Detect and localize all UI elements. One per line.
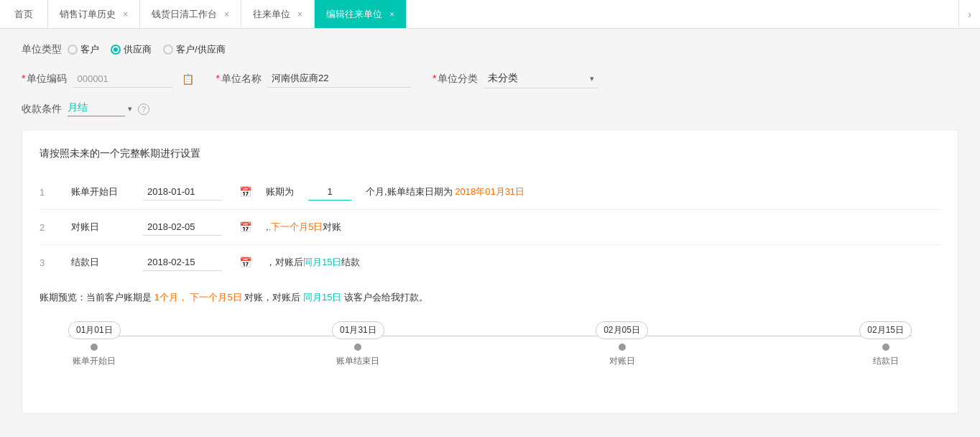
payment-value: 月结: [68, 101, 125, 116]
step-row-2: 2 对账日 📅 ,,下一个月5日对账: [40, 210, 940, 245]
tab-partner[interactable]: 往来单位 ×: [241, 0, 315, 28]
payment-arrow-icon: ▾: [128, 104, 132, 114]
step-calendar-icon-1[interactable]: 📅: [239, 186, 251, 198]
card-title: 请按照未来的一个完整帐期进行设置: [40, 147, 940, 160]
payment-row: 收款条件 月结 ▾ ?: [22, 101, 958, 116]
unit-type-group: 单位类型 客户 供应商 客户/供应商: [22, 43, 226, 56]
radio-both-label: 客户/供应商: [176, 43, 226, 56]
timeline-node-4: 02月15日 结款日: [859, 321, 912, 367]
step-num-2: 2: [40, 222, 57, 233]
timeline-label-4: 结款日: [873, 355, 899, 367]
unit-category-select[interactable]: 未分类 ▾: [484, 69, 598, 88]
step-desc-3: ，对账后同月15日结款: [266, 256, 360, 269]
tab-cash-work-close[interactable]: ×: [224, 9, 229, 19]
tab-bar: 首页 销售订单历史 × 钱货日清工作台 × 往来单位 × 编辑往来单位 × ›: [0, 0, 980, 29]
step-row-3: 3 结款日 📅 ，对账后同月15日结款: [40, 245, 940, 280]
step-num-3: 3: [40, 257, 57, 268]
step-desc-1: 账期为: [266, 185, 294, 198]
radio-group: 客户 供应商 客户/供应商: [68, 43, 226, 56]
tab-sales-order[interactable]: 销售订单历史 ×: [48, 0, 140, 28]
timeline-dot-3: [619, 344, 626, 351]
radio-both-circle: [163, 45, 173, 55]
unit-name-group: *单位名称: [216, 70, 410, 88]
step-calendar-icon-3[interactable]: 📅: [239, 257, 251, 268]
timeline-container: 01月01日 账单开始日 01月31日 账单结束日 02月05日 对账: [40, 321, 940, 396]
unit-code-input[interactable]: [73, 70, 173, 88]
tab-edit-partner-close[interactable]: ×: [389, 9, 394, 19]
unit-name-input[interactable]: [267, 70, 411, 88]
copy-icon[interactable]: 📋: [182, 73, 194, 85]
unit-code-label: *单位编码: [22, 73, 67, 86]
timeline-node-3: 02月05日 对账日: [596, 321, 648, 367]
unit-info-row: *单位编码 📋 *单位名称 *单位分类 未分类 ▾: [22, 69, 958, 88]
step-label-3: 结款日: [71, 256, 129, 269]
payment-group: 收款条件 月结 ▾ ?: [22, 101, 149, 116]
step-desc-1b: 个月,账单结束日期为 2018年01月31日: [366, 185, 524, 198]
payment-select[interactable]: 月结 ▾: [68, 101, 132, 116]
period-input[interactable]: [308, 183, 351, 201]
tab-partner-close[interactable]: ×: [297, 9, 302, 19]
payment-label: 收款条件: [22, 103, 62, 116]
timeline-pill-1: 01月01日: [68, 321, 121, 339]
radio-supplier[interactable]: 供应商: [111, 43, 152, 56]
step-label-2: 对账日: [71, 221, 129, 234]
highlight-mid-3: 同月15日: [303, 257, 341, 267]
unit-category-label: *单位分类: [433, 73, 478, 86]
highlight-mid-2: ,下一个月5日: [269, 221, 323, 232]
radio-both[interactable]: 客户/供应商: [163, 43, 226, 56]
step-row-1: 1 账单开始日 📅 账期为 个月,账单结束日期为 2018年01月31日: [40, 175, 940, 210]
timeline-pill-2: 01月31日: [332, 321, 384, 339]
timeline-pill-4: 02月15日: [859, 321, 912, 339]
help-icon[interactable]: ?: [138, 104, 149, 115]
preview-part3: 同月15日: [303, 292, 341, 303]
timeline-label-2: 账单结束日: [336, 355, 379, 367]
preview-section: 账期预览：当前客户账期是 1个月， 下一个月5日 对账，对账后 同月15日 该客…: [40, 280, 940, 396]
tab-cash-work[interactable]: 钱货日清工作台 ×: [140, 0, 241, 28]
unit-name-label: *单位名称: [216, 73, 261, 86]
unit-code-group: *单位编码 📋: [22, 70, 194, 88]
highlight-date-1: 2018年01月31日: [455, 186, 524, 197]
timeline-dot-4: [882, 344, 889, 351]
radio-supplier-label: 供应商: [124, 43, 152, 56]
radio-customer[interactable]: 客户: [68, 43, 99, 56]
preview-part1: 1个月，: [154, 292, 188, 303]
unit-type-row: 单位类型 客户 供应商 客户/供应商: [22, 43, 958, 56]
unit-type-label: 单位类型: [22, 43, 62, 56]
timeline-nodes: 01月01日 账单开始日 01月31日 账单结束日 02月05日 对账: [68, 321, 912, 367]
tab-more-arrow[interactable]: ›: [958, 0, 980, 28]
timeline-node-2: 01月31日 账单结束日: [332, 321, 384, 367]
tab-home[interactable]: 首页: [0, 0, 48, 28]
step-date-2[interactable]: [143, 218, 222, 236]
radio-customer-label: 客户: [80, 43, 99, 56]
tab-sales-order-close[interactable]: ×: [123, 9, 128, 19]
preview-part2: 下一个月5日: [190, 292, 241, 303]
step-label-1: 账单开始日: [71, 185, 129, 198]
timeline-pill-3: 02月05日: [596, 321, 648, 339]
steps-table: 1 账单开始日 📅 账期为 个月,账单结束日期为 2018年01月31日 2 对…: [40, 175, 940, 280]
tab-edit-partner[interactable]: 编辑往来单位 ×: [315, 0, 407, 28]
radio-supplier-circle: [111, 45, 121, 55]
unit-category-value: 未分类: [488, 72, 518, 85]
timeline-label-3: 对账日: [609, 355, 635, 367]
unit-category-arrow-icon: ▾: [590, 74, 594, 83]
preview-text: 账期预览：当前客户账期是 1个月， 下一个月5日 对账，对账后 同月15日 该客…: [40, 291, 940, 304]
timeline-node-1: 01月01日 账单开始日: [68, 321, 121, 367]
step-date-3[interactable]: [143, 254, 222, 271]
timeline-dot-1: [91, 344, 98, 351]
settings-card: 请按照未来的一个完整帐期进行设置 1 账单开始日 📅 账期为 个月,账单结束日期…: [22, 129, 958, 414]
step-date-1[interactable]: [143, 183, 222, 201]
main-content: 单位类型 客户 供应商 客户/供应商 *单位编码: [0, 29, 980, 428]
step-desc-2: ,,下一个月5日对账: [266, 221, 341, 234]
step-num-1: 1: [40, 187, 57, 198]
unit-category-group: *单位分类 未分类 ▾: [433, 69, 598, 88]
timeline-label-1: 账单开始日: [73, 355, 116, 367]
step-calendar-icon-2[interactable]: 📅: [239, 221, 251, 233]
timeline-dot-2: [354, 344, 361, 351]
radio-customer-circle: [68, 45, 78, 55]
